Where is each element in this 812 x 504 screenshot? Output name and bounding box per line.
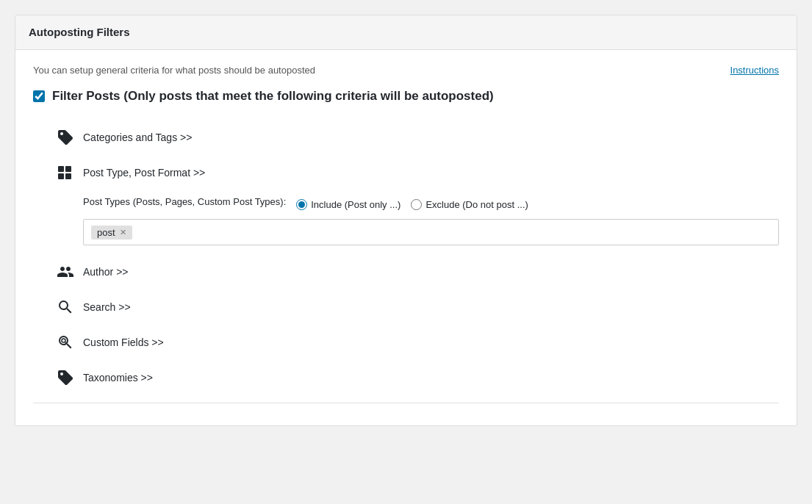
svg-rect-1 [65, 166, 71, 172]
include-radio[interactable] [296, 199, 307, 210]
author-label: Author >> [83, 266, 129, 278]
sidebar-item-categories-tags[interactable]: Categories and Tags >> [55, 120, 779, 155]
svg-rect-3 [65, 173, 71, 179]
section-list: Categories and Tags >> Post Type, Post F… [33, 120, 779, 395]
autoposting-filters-card: Autoposting Filters You can setup genera… [15, 15, 797, 426]
card-header: Autoposting Filters [15, 15, 797, 50]
description-text: You can setup general criteria for what … [33, 65, 315, 76]
top-row: You can setup general criteria for what … [33, 65, 779, 76]
svg-rect-0 [58, 166, 64, 172]
taxonomy-icon [55, 367, 76, 388]
sidebar-item-custom-fields[interactable]: Custom Fields >> [55, 325, 779, 360]
author-icon [55, 262, 76, 282]
post-types-radio-group: Include (Post only ...) Exclude (Do not … [296, 199, 528, 210]
filter-posts-label: Filter Posts (Only posts that meet the f… [52, 89, 494, 104]
filter-posts-checkbox[interactable] [33, 90, 45, 102]
sidebar-item-post-type[interactable]: Post Type, Post Format >> [55, 155, 779, 190]
customfields-icon [55, 332, 76, 353]
sidebar-item-taxonomies[interactable]: Taxonomies >> [55, 360, 779, 395]
bottom-divider [33, 403, 779, 403]
post-types-tags-input[interactable]: post ✕ [83, 219, 779, 245]
exclude-radio[interactable] [411, 199, 422, 210]
post-tag-remove[interactable]: ✕ [120, 228, 126, 237]
taxonomies-label: Taxonomies >> [83, 372, 153, 384]
post-type-label: Post Type, Post Format >> [83, 167, 205, 179]
search-label: Search >> [83, 301, 131, 313]
svg-point-4 [62, 339, 65, 342]
search-icon [55, 297, 76, 317]
sidebar-item-search[interactable]: Search >> [55, 289, 779, 325]
post-tag-value: post [97, 227, 115, 238]
include-label: Include (Post only ...) [311, 199, 400, 210]
posttype-icon [55, 162, 76, 183]
filter-checkbox-row: Filter Posts (Only posts that meet the f… [33, 89, 779, 104]
card-body: You can setup general criteria for what … [15, 50, 797, 425]
custom-fields-label: Custom Fields >> [83, 336, 164, 348]
instructions-link[interactable]: Instructions [730, 65, 779, 76]
svg-rect-2 [58, 173, 64, 179]
exclude-label: Exclude (Do not post ...) [425, 199, 528, 210]
categories-tags-label: Categories and Tags >> [83, 132, 192, 143]
exclude-radio-option[interactable]: Exclude (Do not post ...) [411, 199, 528, 210]
post-tag-chip: post ✕ [91, 226, 132, 240]
post-types-row: Post Types (Posts, Pages, Custom Post Ty… [55, 190, 779, 251]
card-title: Autoposting Filters [29, 26, 130, 38]
include-radio-option[interactable]: Include (Post only ...) [296, 199, 400, 210]
post-types-label: Post Types (Posts, Pages, Custom Post Ty… [83, 196, 286, 207]
sidebar-item-author[interactable]: Author >> [55, 254, 779, 289]
tag-icon [55, 127, 76, 148]
